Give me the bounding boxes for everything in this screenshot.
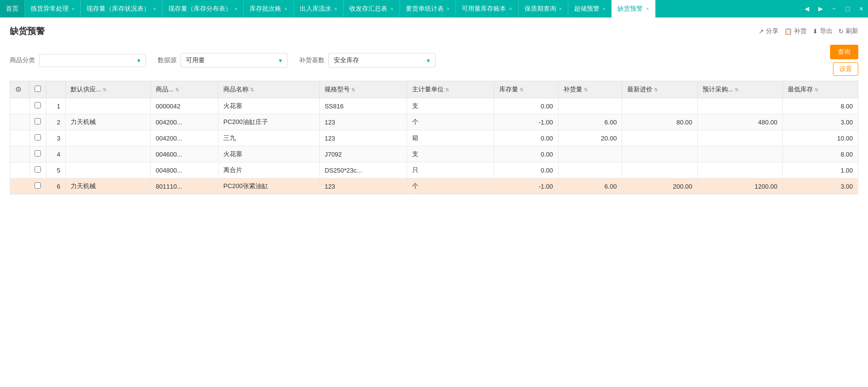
category-filter: 商品分类 ▾ <box>10 54 146 67</box>
nav-item-11[interactable]: 缺货预警× <box>612 0 655 18</box>
select-all-checkbox[interactable] <box>35 86 41 92</box>
th-product-code[interactable]: 商品... ⇅ <box>151 81 218 98</box>
th-supplier[interactable]: 默认供应... ⇅ <box>66 81 151 98</box>
nav-item-0[interactable]: 首页 <box>0 0 25 18</box>
table-row: 5004800...离合片DS250*23c...只0.001.00 <box>10 162 858 178</box>
replenish-button[interactable]: 📋 补货 <box>784 27 807 35</box>
nav-close-button[interactable]: × <box>854 0 868 18</box>
replenish-dropdown-icon: ▾ <box>427 57 430 64</box>
th-estimate-purchase[interactable]: 预计采购... ⇅ <box>697 81 782 98</box>
nav-close-8[interactable]: × <box>509 6 512 12</box>
nav-close-7[interactable]: × <box>447 6 450 12</box>
settings-icon[interactable]: ⚙ <box>15 85 21 93</box>
data-table: ⚙ 默认供应... ⇅ 商品... ⇅ <box>10 81 858 194</box>
stock-sort-icon: ⇅ <box>520 87 524 92</box>
nav-bar: 首页拣货异常处理×现存量（库存状况表）×现存量（库存分布表）×库存批次账×出入库… <box>0 0 868 18</box>
nav-close-10[interactable]: × <box>602 6 605 12</box>
action-buttons: 查询 设置 <box>830 45 858 76</box>
page-header: 缺货预警 ↗ 分享 📋 补货 ⬇ 导出 ↻ 刷新 <box>10 25 858 37</box>
page-content: 缺货预警 ↗ 分享 📋 补货 ⬇ 导出 ↻ 刷新 商品分类 <box>0 18 868 387</box>
th-num <box>46 81 66 98</box>
nav-close-1[interactable]: × <box>72 6 74 12</box>
refresh-icon: ↻ <box>838 28 844 35</box>
nav-arrows: ◀ ▶ － □ × <box>800 0 868 18</box>
nav-close-9[interactable]: × <box>559 6 562 12</box>
th-spec[interactable]: 规格型号 ⇅ <box>320 81 407 98</box>
estimate-sort-icon: ⇅ <box>735 87 739 92</box>
nav-close-3[interactable]: × <box>235 6 237 12</box>
table-row: 2力天机械004200...PC200油缸庄子123个-1.006.0080.0… <box>10 114 858 130</box>
table-row: 4004600...火花塞J7092支0.008.00 <box>10 146 858 162</box>
settings-button[interactable]: 设置 <box>833 62 858 76</box>
query-button[interactable]: 查询 <box>830 45 858 59</box>
nav-item-2[interactable]: 现存量（库存状况表）× <box>81 0 162 18</box>
nav-item-10[interactable]: 超储预警× <box>568 0 612 18</box>
datasource-filter: 数据源 可用量 ▾ <box>158 53 288 68</box>
table-row: 3004200...三九123箱0.0020.0010.00 <box>10 130 858 146</box>
nav-item-1[interactable]: 拣货异常处理× <box>25 0 81 18</box>
replenish-filter: 补货基数 安全库存 ▾ <box>299 53 435 68</box>
th-stock[interactable]: 库存量 ⇅ <box>494 81 558 98</box>
th-min-stock[interactable]: 最低库存 ⇅ <box>782 81 858 98</box>
product-code-sort-icon: ⇅ <box>175 87 179 92</box>
nav-item-4[interactable]: 库存批次账× <box>244 0 293 18</box>
th-unit[interactable]: 主计量单位 ⇅ <box>407 81 494 98</box>
datasource-dropdown-icon: ▾ <box>279 57 282 64</box>
category-select[interactable]: ▾ <box>39 54 146 67</box>
nav-item-8[interactable]: 可用量库存账本× <box>456 0 518 18</box>
filter-bar: 商品分类 ▾ 数据源 可用量 ▾ 补货基数 安全库存 ▾ 查询 设置 <box>10 45 858 76</box>
row-checkbox-4[interactable] <box>35 166 41 173</box>
share-button[interactable]: ↗ 分享 <box>759 27 778 35</box>
category-label: 商品分类 <box>10 56 35 65</box>
header-actions: ↗ 分享 📋 补货 ⬇ 导出 ↻ 刷新 <box>759 27 858 35</box>
datasource-label: 数据源 <box>158 56 177 65</box>
spec-sort-icon: ⇅ <box>351 87 355 92</box>
nav-item-3[interactable]: 现存量（库存分布表）× <box>163 0 244 18</box>
th-product-name[interactable]: 商品名称 ⇅ <box>218 81 319 98</box>
nav-minimize-button[interactable]: － <box>827 0 841 18</box>
export-icon: ⬇ <box>813 28 818 35</box>
row-checkbox-0[interactable] <box>35 102 41 108</box>
replenish-label: 补货基数 <box>299 56 325 65</box>
replenish-icon: 📋 <box>784 28 792 35</box>
row-checkbox-5[interactable] <box>35 182 41 189</box>
row-checkbox-2[interactable] <box>35 134 41 141</box>
row-checkbox-3[interactable] <box>35 150 41 157</box>
table-row: 10000042火花塞SS816支0.008.00 <box>10 98 858 114</box>
nav-next-button[interactable]: ▶ <box>814 0 827 18</box>
nav-close-4[interactable]: × <box>284 6 287 12</box>
product-name-sort-icon: ⇅ <box>250 87 254 92</box>
nav-maximize-button[interactable]: □ <box>841 0 854 18</box>
latest-price-sort-icon: ⇅ <box>654 87 658 92</box>
th-latest-price[interactable]: 最新进价 ⇅ <box>622 81 697 98</box>
nav-prev-button[interactable]: ◀ <box>800 0 814 18</box>
supplier-sort-icon: ⇅ <box>103 87 107 92</box>
replenish-select[interactable]: 安全库存 ▾ <box>328 53 435 68</box>
page-title: 缺货预警 <box>10 25 45 37</box>
min-stock-sort-icon: ⇅ <box>814 87 818 92</box>
unit-sort-icon: ⇅ <box>445 87 449 92</box>
export-button[interactable]: ⬇ 导出 <box>813 27 832 35</box>
th-replenish[interactable]: 补货量 ⇅ <box>558 81 622 98</box>
nav-close-6[interactable]: × <box>390 6 393 12</box>
share-icon: ↗ <box>759 28 764 35</box>
nav-close-5[interactable]: × <box>334 6 337 12</box>
datasource-select-text: 可用量 <box>186 56 279 65</box>
nav-item-5[interactable]: 出入库流水× <box>294 0 344 18</box>
category-dropdown-icon: ▾ <box>137 57 141 64</box>
th-settings[interactable]: ⚙ <box>10 81 30 98</box>
table-header-row: ⚙ 默认供应... ⇅ 商品... ⇅ <box>10 81 858 98</box>
datasource-select[interactable]: 可用量 ▾ <box>181 53 288 68</box>
table-row: 6力天机械801110...PC200张紧油缸123个-1.006.00200.… <box>10 178 858 194</box>
nav-item-9[interactable]: 保质期查询× <box>519 0 568 18</box>
replenish-sort-icon: ⇅ <box>584 87 588 92</box>
nav-close-2[interactable]: × <box>153 6 156 12</box>
row-checkbox-1[interactable] <box>35 118 41 124</box>
nav-item-6[interactable]: 收发存汇总表× <box>344 0 399 18</box>
th-check <box>30 81 46 98</box>
refresh-button[interactable]: ↻ 刷新 <box>838 27 858 35</box>
nav-close-11[interactable]: × <box>646 6 649 12</box>
replenish-select-text: 安全库存 <box>334 56 427 65</box>
nav-item-7[interactable]: 要货单统计表× <box>400 0 456 18</box>
